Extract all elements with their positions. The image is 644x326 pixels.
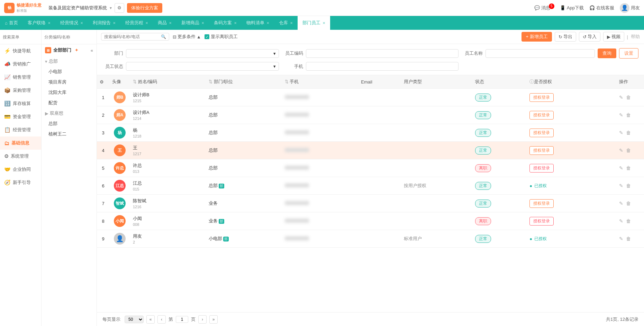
online-service-button[interactable]: 🎧 在线客服	[589, 5, 614, 11]
prev-page-button[interactable]: ‹	[157, 315, 166, 324]
user-area[interactable]: 👤 用友	[620, 3, 640, 13]
tab-warehouse[interactable]: 仓库 ✕	[274, 16, 298, 30]
more-filters-button[interactable]: ⊟ 更多条件 ▲	[173, 34, 201, 40]
edit-icon[interactable]: ✎	[619, 218, 623, 224]
sidebar-item-finance[interactable]: 💳 资金管理	[0, 110, 41, 123]
close-goods-icon[interactable]: ✕	[169, 21, 172, 25]
tree-search-input[interactable]	[44, 35, 96, 39]
filter-search-box[interactable]: 🔍	[101, 33, 169, 41]
auth-button[interactable]: 授权登录	[529, 111, 554, 120]
tree-item-zongbu[interactable]: 总部	[42, 118, 97, 129]
auth-resigned-button[interactable]: 授权登录	[529, 164, 554, 173]
delete-icon[interactable]: 🗑	[626, 236, 631, 241]
tab-history[interactable]: 经营历程 ✕	[120, 16, 153, 30]
sidebar-item-quick[interactable]: ⚡ 快捷导航	[0, 44, 41, 58]
dept-select[interactable]: ▾	[126, 49, 279, 58]
tree-collapse-icon[interactable]: «	[91, 48, 93, 53]
auth-resigned-button[interactable]: 授权登录	[529, 217, 554, 226]
trial-button[interactable]: 体验行业方案	[127, 3, 162, 13]
tab-barcode[interactable]: 条码方案 ✕	[209, 16, 242, 30]
phone-input[interactable]	[306, 62, 459, 71]
sidebar-item-marketing[interactable]: 📣 营销推广	[0, 58, 41, 71]
search-button[interactable]: 查询	[598, 49, 616, 58]
message-button[interactable]: 💬 消息 5	[534, 5, 554, 11]
tab-goods[interactable]: 商品 ✕	[153, 16, 176, 30]
video-button[interactable]: ▶ 视频	[603, 32, 624, 42]
delete-icon[interactable]: 🗑	[626, 183, 631, 188]
tree-item-xiangmu[interactable]: 项目库房	[42, 77, 97, 87]
emp-status-select[interactable]: ▾	[126, 62, 279, 71]
next-page-button[interactable]: ›	[198, 315, 207, 324]
edit-icon[interactable]: ✎	[619, 236, 623, 241]
delete-icon[interactable]: 🗑	[626, 165, 631, 171]
show-former-area[interactable]: ✓ 显示离职员工	[205, 34, 238, 40]
sidebar-search-input[interactable]	[3, 35, 42, 39]
close-barcode-icon[interactable]: ✕	[234, 21, 237, 25]
auth-button[interactable]: 授权登录	[529, 199, 554, 208]
edit-icon[interactable]: ✎	[619, 201, 623, 206]
delete-icon[interactable]: 🗑	[626, 112, 631, 118]
tab-bom[interactable]: 物料清单 ✕	[242, 16, 274, 30]
sidebar-item-collab[interactable]: 🤝 企业协同	[0, 163, 41, 176]
filter-search-input[interactable]	[104, 34, 160, 39]
export-button[interactable]: ↻ 导出	[555, 32, 576, 42]
page-input[interactable]	[176, 316, 188, 323]
close-department-icon[interactable]: ✕	[323, 21, 325, 25]
help-label[interactable]: 帮助	[631, 34, 640, 40]
auth-button[interactable]: 授权登录	[529, 146, 554, 155]
sidebar-item-system[interactable]: ⚙ 系统管理	[0, 150, 41, 163]
sidebar-item-manage[interactable]: 📋 经营管理	[0, 123, 41, 136]
show-former-checkbox[interactable]: ✓	[205, 34, 209, 39]
close-business-icon[interactable]: ✕	[80, 21, 83, 25]
delete-icon[interactable]: 🗑	[626, 218, 631, 224]
delete-icon[interactable]: 🗑	[626, 201, 631, 206]
edit-icon[interactable]: ✎	[619, 130, 623, 135]
tab-department[interactable]: 部门员工 ✕	[298, 16, 330, 30]
close-new-goods-icon[interactable]: ✕	[201, 21, 204, 25]
tree-all-dept[interactable]: ⊞ 全部部门 ✦ «	[42, 44, 97, 56]
tree-item-zhishu[interactable]: 植树王二	[42, 129, 97, 139]
close-warehouse-icon[interactable]: ✕	[290, 21, 293, 25]
settings-button[interactable]: ⚙	[115, 3, 124, 13]
auth-button[interactable]: 授权登录	[529, 93, 554, 102]
delete-icon[interactable]: 🗑	[626, 148, 631, 153]
edit-icon[interactable]: ✎	[619, 183, 623, 188]
tab-business[interactable]: 经营情况 ✕	[55, 16, 88, 30]
close-profit-icon[interactable]: ✕	[113, 21, 116, 25]
tree-group-shuangzuo[interactable]: ▶ 双座想	[42, 108, 97, 118]
sidebar-item-purchase[interactable]: 📦 采购管理	[0, 84, 41, 97]
edit-icon[interactable]: ✎	[619, 112, 623, 118]
emp-name-input[interactable]	[486, 49, 595, 58]
sidebar-item-basic[interactable]: 🗂 基础信息	[0, 136, 41, 150]
sidebar-item-stock[interactable]: 🔢 库存核算	[0, 97, 41, 110]
edit-icon[interactable]: ✎	[619, 165, 623, 171]
sidebar-search-area[interactable]: 🔍	[0, 30, 41, 44]
form-settings-button[interactable]: 设置	[619, 48, 638, 59]
edit-icon[interactable]: ✎	[619, 95, 623, 100]
delete-icon[interactable]: 🗑	[626, 130, 631, 135]
sidebar-item-guide[interactable]: 🧭 新手引导	[0, 176, 41, 189]
tree-item-xiaodibu[interactable]: 小电部	[42, 67, 97, 77]
auth-button[interactable]: 授权登录	[529, 129, 554, 137]
first-page-button[interactable]: «	[146, 315, 155, 324]
page-size-select[interactable]: 50 20 100	[125, 316, 144, 323]
col-dept[interactable]: ⇅ 部门/职位	[206, 75, 282, 89]
delete-icon[interactable]: 🗑	[626, 95, 631, 100]
col-name-code[interactable]: ⇅ 姓名/编码	[130, 75, 206, 89]
app-download-button[interactable]: 📱 App下载	[560, 5, 584, 11]
tab-customer[interactable]: 客户联络 ✕	[23, 16, 55, 30]
tab-new-goods[interactable]: 新增商品 ✕	[176, 16, 209, 30]
col-phone[interactable]: ⇅ 手机	[282, 75, 359, 89]
tab-profit[interactable]: 利润报告 ✕	[88, 16, 120, 30]
tree-group-root[interactable]: ▾ 总部	[42, 56, 97, 67]
edit-icon[interactable]: ✎	[619, 148, 623, 153]
add-employee-button[interactable]: + 新增员工	[521, 32, 552, 42]
import-button[interactable]: ↺ 导入	[579, 32, 600, 42]
close-history-icon[interactable]: ✕	[145, 21, 148, 25]
tree-item-shenyang[interactable]: 沈阳大库	[42, 87, 97, 98]
emp-code-input[interactable]	[306, 49, 459, 58]
tab-home[interactable]: ⌂ 首页	[0, 16, 23, 30]
close-bom-icon[interactable]: ✕	[266, 21, 269, 25]
last-page-button[interactable]: »	[209, 315, 218, 324]
col-settings[interactable]: ⚙	[97, 75, 109, 89]
